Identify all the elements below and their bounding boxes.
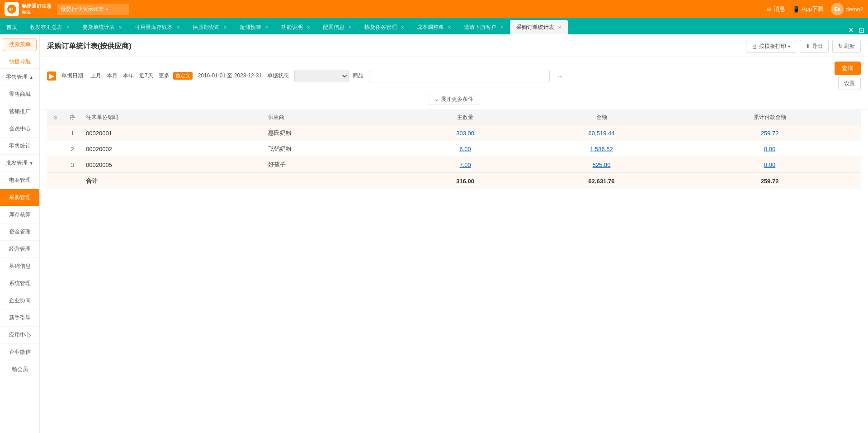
col-supplier-header: 供应商: [264, 110, 406, 125]
workspace-selector[interactable]: 母婴行业演示账套 ▾: [57, 4, 129, 15]
sidebar-item-operation-label: 经营管理: [9, 246, 31, 252]
shortcut-more[interactable]: 更多: [157, 71, 171, 81]
sidebar-search-area: 搜索菜单: [0, 34, 39, 55]
tab-purchase-stat[interactable]: 采购订单统计表 ✕: [510, 20, 568, 34]
row-qty[interactable]: 6.00: [406, 141, 524, 157]
tab-pick[interactable]: 拣货任务管理 ✕: [358, 20, 410, 34]
expand-more-btn[interactable]: ⌄ 展开更多条件: [429, 94, 479, 105]
logo-area: 好 畅捷通好生意 标版: [5, 2, 52, 16]
sidebar-item-corp-wechat-label: 企业微信: [9, 349, 31, 355]
nav-expand-icon[interactable]: ⊡: [859, 26, 864, 34]
row-qty[interactable]: 303.00: [406, 125, 524, 141]
row-code: 00020005: [81, 157, 264, 173]
sidebar-item-vip[interactable]: 畅会员: [0, 361, 39, 378]
sidebar-item-app-center[interactable]: 应用中心: [0, 327, 39, 344]
tab-cost[interactable]: 成本调整单 ✕: [410, 20, 458, 34]
row-paid[interactable]: 259.72: [679, 125, 861, 141]
page-title: 采购订单统计表(按供应商): [47, 42, 132, 51]
footer-empty: [47, 173, 81, 189]
user-area[interactable]: Ea demo2: [831, 3, 863, 15]
sidebar-item-new-guide[interactable]: 新手引导: [0, 309, 39, 327]
sidebar-item-operation[interactable]: 经营管理: [0, 241, 39, 258]
goods-input[interactable]: [369, 70, 550, 82]
sidebar-item-retail-mall[interactable]: 零售商城: [0, 86, 39, 103]
tab-home[interactable]: 首页: [0, 20, 24, 34]
app-subtitle: 标版: [22, 10, 52, 15]
goods-filter-label: 商品: [353, 72, 363, 80]
row-amount[interactable]: 1,586.52: [524, 141, 679, 157]
nav-tabs: 首页 收发存汇总表 ✕ 要货单统计表 ✕ 可用量库存账本 ✕ 保质期查询 ✕ 超…: [0, 18, 868, 34]
date-range-display: 2016-01-01 至 2023-12-31: [198, 72, 262, 80]
row-paid[interactable]: 0.00: [679, 157, 861, 173]
col-seq-header: 序: [63, 110, 81, 125]
shortcut-7days[interactable]: 近7天: [137, 71, 155, 81]
print-btn[interactable]: 🖨 按模板打印 ▾: [746, 40, 796, 53]
settings-btn[interactable]: 设置: [838, 77, 861, 90]
tab-collect-close[interactable]: ✕: [66, 25, 70, 30]
nav-close-icon[interactable]: ✕: [848, 26, 854, 34]
status-dropdown-icon: ▾: [345, 73, 347, 78]
row-amount[interactable]: 60,519.44: [524, 125, 679, 141]
sidebar-item-retail-mgmt[interactable]: 零售管理 ▲: [0, 69, 39, 86]
more-filter-icon[interactable]: ···: [555, 72, 565, 80]
tab-requisition-close[interactable]: ✕: [118, 25, 122, 30]
app-download-btn[interactable]: 📱 App下载: [793, 5, 824, 13]
tab-requisition[interactable]: 要货单统计表 ✕: [76, 20, 128, 34]
tab-overstock[interactable]: 超储预警 ✕: [233, 20, 275, 34]
shortcut-this-year[interactable]: 本年: [121, 71, 136, 81]
filter-toggle-btn[interactable]: ▶: [47, 71, 56, 81]
sidebar-item-sys-mgmt[interactable]: 系统管理: [0, 275, 39, 292]
export-btn[interactable]: ⬇ 导出: [800, 40, 828, 53]
search-menu-btn[interactable]: 搜索菜单: [3, 38, 37, 51]
tab-pick-label: 拣货任务管理: [364, 24, 397, 31]
sidebar-item-member[interactable]: 会员中心: [0, 120, 39, 138]
message-btn[interactable]: ✉ 消息: [767, 5, 785, 13]
sidebar-item-corp-wechat[interactable]: 企业微信: [0, 344, 39, 361]
shortcut-this-month[interactable]: 本月: [105, 71, 119, 81]
tab-inventory-close[interactable]: ✕: [176, 25, 180, 30]
sidebar-item-corp-collab[interactable]: 企业协同: [0, 292, 39, 309]
tab-collect[interactable]: 收发存汇总表 ✕: [24, 20, 76, 34]
sidebar-item-purchase[interactable]: 采购管理: [0, 189, 39, 206]
status-select[interactable]: [294, 70, 349, 82]
sidebar-item-sys-mgmt-label: 系统管理: [9, 280, 31, 286]
sidebar-item-marketing[interactable]: 营销推广: [0, 103, 39, 120]
sidebar: 搜索菜单 快捷导航 零售管理 ▲ 零售商城 营销推广 会员中心 零售统计 批发管…: [0, 34, 40, 433]
tab-overstock-close[interactable]: ✕: [265, 25, 269, 30]
tab-overstock-label: 超储预警: [240, 24, 261, 31]
query-btn[interactable]: 查询: [835, 62, 861, 75]
sidebar-item-marketing-label: 营销推广: [9, 108, 31, 114]
expand-icon: ⌄: [434, 96, 439, 102]
sidebar-item-basic-info[interactable]: 基础信息: [0, 258, 39, 275]
date-shortcuts: 上月 本月 本年 近7天 更多 自定义: [89, 71, 193, 81]
sidebar-item-finance[interactable]: 资金管理: [0, 224, 39, 241]
tab-config-close[interactable]: ✕: [348, 25, 352, 30]
settings-icon[interactable]: ⚙: [53, 114, 58, 121]
status-filter-label: 单据状态: [267, 72, 289, 80]
tab-funcinfo[interactable]: 功能说明 ✕: [275, 20, 316, 34]
tab-invite-close[interactable]: ✕: [500, 25, 504, 30]
refresh-btn[interactable]: ↻ 刷新: [832, 40, 861, 53]
sidebar-item-inventory[interactable]: 库存核算: [0, 206, 39, 224]
sidebar-item-retail-stat[interactable]: 零售统计: [0, 138, 39, 155]
row-supplier: 惠氏奶粉: [264, 125, 406, 141]
message-icon: ✉: [767, 6, 772, 13]
row-paid[interactable]: 0.00: [679, 141, 861, 157]
shortcut-last-month[interactable]: 上月: [89, 71, 103, 81]
sidebar-item-ecommerce[interactable]: 电商管理: [0, 172, 39, 189]
row-qty[interactable]: 7.00: [406, 157, 524, 173]
sidebar-item-corp-collab-label: 企业协同: [9, 297, 31, 304]
tab-config[interactable]: 配置信息 ✕: [316, 20, 358, 34]
tab-inventory[interactable]: 可用量库存账本 ✕: [128, 20, 186, 34]
row-amount[interactable]: 525.80: [524, 157, 679, 173]
tab-pick-close[interactable]: ✕: [401, 25, 404, 30]
col-paid-header: 累计付款金额: [679, 110, 861, 125]
tab-cost-close[interactable]: ✕: [448, 25, 451, 30]
tab-funcinfo-close[interactable]: ✕: [307, 25, 310, 30]
tab-warranty-close[interactable]: ✕: [223, 25, 227, 30]
quick-nav-btn[interactable]: 快捷导航: [0, 55, 39, 69]
tab-warranty[interactable]: 保质期查询 ✕: [186, 20, 233, 34]
tab-invite[interactable]: 邀请下游客户 ✕: [458, 20, 510, 34]
sidebar-item-wholesale[interactable]: 批发管理 ▼: [0, 155, 39, 172]
tab-purchase-stat-close[interactable]: ✕: [558, 25, 561, 30]
